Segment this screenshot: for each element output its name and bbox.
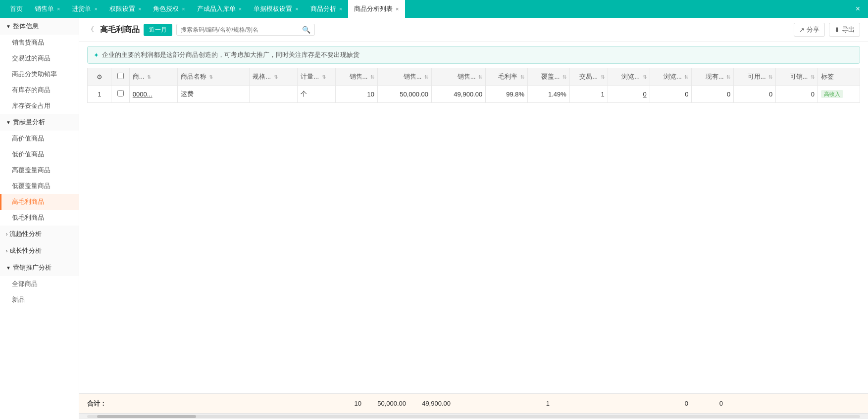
th-unit[interactable]: 计量... ⇅	[298, 68, 336, 86]
cell-checkbox[interactable]	[111, 86, 129, 103]
sort-browse1-icon[interactable]: ⇅	[643, 74, 647, 80]
sidebar-item-low-coverage[interactable]: 低覆盖量商品	[0, 178, 79, 194]
nav-sales-order[interactable]: 销售单 ×	[29, 0, 66, 18]
sort-browse2-icon[interactable]: ⇅	[684, 74, 688, 80]
sidebar-item-low-value[interactable]: 低价值商品	[0, 146, 79, 162]
sidebar-item-all-goods[interactable]: 全部商品	[0, 276, 79, 292]
sort-stock2-icon[interactable]: ⇅	[768, 74, 772, 80]
close-product-analysis-icon[interactable]: ×	[339, 6, 342, 12]
th-stock3[interactable]: 可销... ⇅	[776, 68, 818, 86]
cell-spec	[250, 86, 298, 103]
sidebar-item-category-sales-rate[interactable]: 商品分类助销率	[0, 66, 79, 82]
sidebar-item-in-stock-goods[interactable]: 有库存的商品	[0, 82, 79, 98]
nav-home[interactable]: 首页	[4, 0, 29, 18]
table-header-row: ⚙ 商... ⇅ 商品名称 ⇅	[88, 68, 860, 86]
cell-code[interactable]: 0000...	[129, 86, 177, 103]
th-browse1[interactable]: 浏览... ⇅	[608, 68, 650, 86]
nav-bill-template[interactable]: 单据模板设置 ×	[248, 0, 304, 18]
cell-stock2: 0	[734, 86, 776, 103]
total-stock2: 0	[691, 400, 726, 407]
search-input[interactable]	[181, 26, 300, 33]
export-icon: ⬇	[834, 26, 840, 34]
search-box: 🔍	[176, 24, 315, 36]
nav-product-analysis-list[interactable]: 商品分析列表 ×	[348, 0, 405, 18]
window-close-button[interactable]: ×	[852, 4, 864, 13]
th-sales-cost[interactable]: 销售... ⇅	[432, 68, 486, 86]
export-button[interactable]: ⬇ 导出	[829, 23, 860, 37]
cell-stock3: 0	[776, 86, 818, 103]
main-layout: ▼ 整体信息 销售货商品 交易过的商品 商品分类助销率 有库存的商品 库存资金占…	[0, 18, 868, 419]
sort-code-icon[interactable]: ⇅	[147, 74, 151, 80]
row-checkbox[interactable]	[117, 90, 124, 96]
th-cover[interactable]: 覆盖... ⇅	[528, 68, 570, 86]
close-analysis-list-icon[interactable]: ×	[396, 6, 399, 12]
sidebar-group-overall[interactable]: ▼ 整体信息	[0, 18, 79, 35]
sidebar: ▼ 整体信息 销售货商品 交易过的商品 商品分类助销率 有库存的商品 库存资金占…	[0, 18, 79, 419]
sidebar-item-traded-goods[interactable]: 交易过的商品	[0, 50, 79, 66]
sidebar-item-high-coverage[interactable]: 高覆盖量商品	[0, 162, 79, 178]
sort-cover-icon[interactable]: ⇅	[562, 74, 566, 80]
sort-sales-qty-icon[interactable]: ⇅	[370, 74, 374, 80]
nav-purchase-order[interactable]: 进货单 ×	[66, 0, 103, 18]
total-label: 合计：	[87, 399, 127, 408]
tag-high-income: 高收入	[821, 90, 843, 98]
close-bill-template-icon[interactable]: ×	[295, 6, 298, 12]
table-container: ⚙ 商... ⇅ 商品名称 ⇅	[79, 68, 868, 393]
nav-product-analysis[interactable]: 商品分析 ×	[305, 0, 348, 18]
sort-stock3-icon[interactable]: ⇅	[811, 74, 815, 80]
th-sales-qty[interactable]: 销售... ⇅	[336, 68, 378, 86]
nav-permission-settings[interactable]: 权限设置 ×	[103, 0, 147, 18]
th-browse2[interactable]: 浏览... ⇅	[650, 68, 692, 86]
sidebar-item-new-goods[interactable]: 新品	[0, 292, 79, 308]
total-stock1: 0	[657, 400, 691, 407]
share-button[interactable]: ↗ 分享	[794, 23, 825, 37]
nav-role-auth[interactable]: 角色授权 ×	[147, 0, 191, 18]
sort-trans-icon[interactable]: ⇅	[601, 74, 605, 80]
info-icon: ✦	[94, 51, 99, 59]
sort-stock1-icon[interactable]: ⇅	[726, 74, 730, 80]
nav-product-entry[interactable]: 产成品入库单 ×	[191, 0, 248, 18]
close-sales-order-icon[interactable]: ×	[57, 6, 60, 12]
th-stock1[interactable]: 现有... ⇅	[692, 68, 734, 86]
cell-trans: 1	[569, 86, 608, 103]
scrollbar-track	[87, 415, 860, 418]
th-trans[interactable]: 交易... ⇅	[569, 68, 608, 86]
close-product-entry-icon[interactable]: ×	[239, 6, 242, 12]
gear-icon[interactable]: ⚙	[97, 73, 102, 81]
cell-num: 1	[88, 86, 111, 103]
cell-browse1[interactable]: 0	[608, 86, 650, 103]
sidebar-item-high-value[interactable]: 高价值商品	[0, 131, 79, 146]
th-tag[interactable]: 标签	[818, 68, 860, 86]
sidebar-collapse-button[interactable]: 《	[87, 25, 94, 34]
sort-spec-icon[interactable]: ⇅	[274, 74, 278, 80]
sidebar-group-growth[interactable]: › 成长性分析	[0, 242, 79, 259]
sort-name-icon[interactable]: ⇅	[209, 74, 213, 80]
th-spec[interactable]: 规格... ⇅	[250, 68, 298, 86]
sidebar-item-sales-goods[interactable]: 销售货商品	[0, 35, 79, 50]
th-name[interactable]: 商品名称 ⇅	[177, 68, 249, 86]
sidebar-group-marketing[interactable]: ▼ 营销推广分析	[0, 259, 79, 276]
close-role-auth-icon[interactable]: ×	[182, 6, 185, 12]
filter-recent-month-button[interactable]: 近一月	[144, 24, 172, 36]
close-permission-icon[interactable]: ×	[138, 6, 141, 12]
select-all-checkbox[interactable]	[117, 73, 124, 79]
sidebar-group-trend[interactable]: › 流趋性分析	[0, 226, 79, 242]
sidebar-group-contribution[interactable]: ▼ 贡献量分析	[0, 114, 79, 131]
th-gear[interactable]: ⚙	[88, 68, 111, 86]
th-code[interactable]: 商... ⇅	[129, 68, 177, 86]
horizontal-scrollbar[interactable]	[79, 413, 868, 419]
sidebar-item-high-margin[interactable]: 高毛利商品	[0, 194, 79, 210]
sort-unit-icon[interactable]: ⇅	[322, 74, 326, 80]
sidebar-item-low-margin[interactable]: 低毛利商品	[0, 210, 79, 226]
th-sales-amt[interactable]: 销售... ⇅	[378, 68, 432, 86]
sort-profit-rate-icon[interactable]: ⇅	[520, 74, 524, 80]
sort-sales-cost-icon[interactable]: ⇅	[478, 74, 482, 80]
scrollbar-thumb[interactable]	[97, 415, 196, 418]
th-stock2[interactable]: 可用... ⇅	[734, 68, 776, 86]
th-checkbox[interactable]	[111, 68, 129, 86]
sidebar-item-stock-capital[interactable]: 库存资金占用	[0, 98, 79, 114]
th-profit-rate[interactable]: 毛利率 ⇅	[486, 68, 528, 86]
arrow-trend-icon: ›	[6, 232, 7, 237]
close-purchase-order-icon[interactable]: ×	[94, 6, 97, 12]
sort-sales-amt-icon[interactable]: ⇅	[424, 74, 428, 80]
